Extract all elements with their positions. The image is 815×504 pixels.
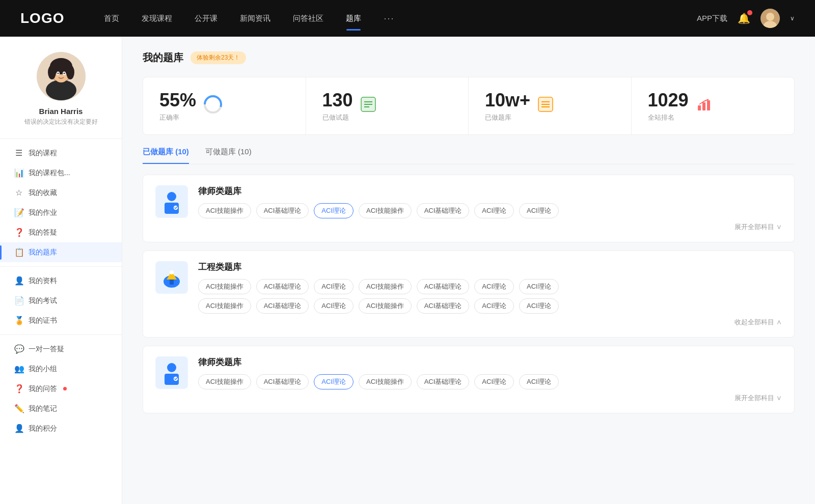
lawyer2-tag-3[interactable]: ACI技能操作 — [359, 374, 412, 389]
sidebar-divider-2 — [0, 334, 122, 335]
lawyer2-tag-1[interactable]: ACI基础理论 — [256, 374, 309, 389]
nav-more[interactable]: ··· — [374, 10, 403, 27]
notification-badge — [747, 10, 752, 15]
eng-tag-r2-5[interactable]: ACI理论 — [474, 298, 514, 314]
category-lawyer2-header: 律师类题库 ACI技能操作 ACI基础理论 ACI理论 ACI技能操作 ACI基… — [155, 356, 782, 403]
lawyer-tag-5[interactable]: ACI理论 — [474, 203, 514, 218]
lawyer2-tag-6[interactable]: ACI理论 — [519, 374, 559, 389]
stat-accuracy-label: 正确率 — [159, 113, 196, 122]
svg-point-11 — [52, 59, 70, 69]
lawyer2-expand-btn[interactable]: 展开全部科目 ∨ — [198, 394, 782, 403]
svg-point-31 — [167, 192, 176, 201]
sidebar-item-group[interactable]: 👥 我的小组 — [0, 359, 122, 379]
nav-questions[interactable]: 题库 — [337, 11, 370, 26]
lawyer2-tag-4[interactable]: ACI基础理论 — [417, 374, 470, 389]
tab-done[interactable]: 已做题库 (10) — [143, 147, 189, 164]
eng-tag-r2-4[interactable]: ACI基础理论 — [417, 298, 470, 314]
svg-point-37 — [167, 363, 176, 372]
eng-tag-r1-3[interactable]: ACI技能操作 — [359, 279, 412, 294]
stat-rank-label: 全站排名 — [648, 113, 689, 122]
lawyer-expand-btn[interactable]: 展开全部科目 ∨ — [198, 222, 782, 232]
qa-notification-badge — [63, 387, 67, 390]
sidebar: Brian Harris 错误的决定比没有决定要好 ☰ 我的课程 📊 我的课程包… — [0, 37, 122, 504]
nav-home[interactable]: 首页 — [95, 11, 128, 26]
sidebar-item-my-course[interactable]: ☰ 我的课程 — [0, 143, 122, 163]
done-banks-icon — [537, 96, 554, 116]
sidebar-item-points[interactable]: 👤 我的积分 — [0, 418, 122, 438]
question-bank-tabs: 已做题库 (10) 可做题库 (10) — [143, 147, 795, 164]
tutoring-icon: 💬 — [14, 344, 23, 354]
sidebar-item-exam[interactable]: 📄 我的考试 — [0, 291, 122, 311]
exam-icon: 📄 — [14, 296, 23, 305]
lawyer-tag-0[interactable]: ACI技能操作 — [198, 203, 251, 218]
nav-right: APP下载 🔔 ∨ — [697, 9, 795, 28]
eng-tag-r2-6[interactable]: ACI理论 — [519, 298, 559, 314]
favorites-icon: ☆ — [14, 188, 23, 198]
nav-qa[interactable]: 问答社区 — [284, 11, 333, 26]
eng-tag-r1-6[interactable]: ACI理论 — [519, 279, 559, 294]
eng-tag-r1-5[interactable]: ACI理论 — [474, 279, 514, 294]
eng-tag-r1-0[interactable]: ACI技能操作 — [198, 279, 251, 294]
category-card-engineering: 工程类题库 ACI技能操作 ACI基础理论 ACI理论 ACI技能操作 ACI基… — [143, 250, 795, 338]
eng-tag-r1-4[interactable]: ACI基础理论 — [417, 279, 470, 294]
eng-tag-r2-2[interactable]: ACI理论 — [314, 298, 354, 314]
engineering-collapse-btn[interactable]: 收起全部科目 ∧ — [198, 318, 782, 327]
sidebar-item-tutoring[interactable]: 💬 一对一答疑 — [0, 339, 122, 359]
eng-tag-r1-2[interactable]: ACI理论 — [314, 279, 354, 294]
nav-open-course[interactable]: 公开课 — [185, 11, 227, 26]
navbar: LOGO 首页 发现课程 公开课 新闻资讯 问答社区 题库 ··· APP下载 … — [0, 0, 815, 37]
stat-done-label: 已做试题 — [322, 113, 353, 122]
lawyer-title: 律师类题库 — [198, 185, 782, 197]
stat-banks-content: 10w+ 已做题库 — [485, 90, 530, 122]
sidebar-item-notes[interactable]: ✏️ 我的笔记 — [0, 399, 122, 418]
notification-bell[interactable]: 🔔 — [738, 12, 750, 24]
svg-point-15 — [63, 73, 65, 74]
page-title: 我的题库 — [143, 51, 183, 65]
sidebar-item-my-qa[interactable]: ❓ 我的问答 — [0, 379, 122, 399]
sidebar-item-course-package[interactable]: 📊 我的课程包... — [0, 163, 122, 183]
engineering-title: 工程类题库 — [198, 261, 782, 273]
lawyer2-tags: ACI技能操作 ACI基础理论 ACI理论 ACI技能操作 ACI基础理论 AC… — [198, 374, 782, 389]
svg-point-14 — [57, 73, 59, 74]
points-icon: 👤 — [14, 424, 23, 433]
lawyer2-icon — [159, 360, 184, 385]
lawyer2-content: 律师类题库 ACI技能操作 ACI基础理论 ACI理论 ACI技能操作 ACI基… — [198, 356, 782, 403]
lawyer-content: 律师类题库 ACI技能操作 ACI基础理论 ACI理论 ACI技能操作 ACI基… — [198, 185, 782, 232]
my-qa-icon: ❓ — [14, 384, 23, 394]
sidebar-item-question-bank[interactable]: 📋 我的题库 — [0, 242, 122, 262]
eng-tag-r1-1[interactable]: ACI基础理论 — [256, 279, 309, 294]
lawyer-tag-1[interactable]: ACI基础理论 — [256, 203, 309, 218]
user-menu-chevron[interactable]: ∨ — [790, 15, 795, 22]
app-download-button[interactable]: APP下载 — [697, 14, 727, 23]
lawyer-tag-4[interactable]: ACI基础理论 — [417, 203, 470, 218]
lawyer2-tag-2[interactable]: ACI理论 — [314, 374, 354, 389]
user-avatar[interactable] — [760, 9, 780, 28]
eng-tag-r2-3[interactable]: ACI技能操作 — [359, 298, 412, 314]
nav-logo: LOGO — [20, 10, 64, 26]
engineering-tags-row2: ACI技能操作 ACI基础理论 ACI理论 ACI技能操作 ACI基础理论 AC… — [198, 298, 782, 314]
nav-news[interactable]: 新闻资讯 — [231, 11, 280, 26]
sidebar-divider-top — [0, 138, 122, 139]
lawyer2-title: 律师类题库 — [198, 356, 782, 368]
sidebar-item-favorites[interactable]: ☆ 我的收藏 — [0, 183, 122, 203]
course-package-icon: 📊 — [14, 168, 23, 178]
eng-tag-r2-1[interactable]: ACI基础理论 — [256, 298, 309, 314]
sidebar-item-certificate[interactable]: 🏅 我的证书 — [0, 311, 122, 330]
lawyer2-tag-5[interactable]: ACI理论 — [474, 374, 514, 389]
lawyer-tag-3[interactable]: ACI技能操作 — [359, 203, 412, 218]
lawyer-tag-2[interactable]: ACI理论 — [314, 203, 354, 218]
lawyer-tag-6[interactable]: ACI理论 — [519, 203, 559, 218]
stats-row: 55% 正确率 130 已做试题 — [143, 77, 795, 135]
sidebar-item-profile[interactable]: 👤 我的资料 — [0, 271, 122, 291]
nav-discover[interactable]: 发现课程 — [132, 11, 181, 26]
lawyer2-tag-0[interactable]: ACI技能操作 — [198, 374, 251, 389]
stat-rank-number: 1029 — [648, 90, 689, 111]
nav-items: 首页 发现课程 公开课 新闻资讯 问答社区 题库 ··· — [95, 10, 697, 27]
sidebar-item-qa[interactable]: ❓ 我的答疑 — [0, 222, 122, 242]
svg-rect-29 — [702, 102, 705, 110]
tab-todo[interactable]: 可做题库 (10) — [205, 147, 252, 164]
stat-rank: 1029 全站排名 — [632, 77, 795, 134]
eng-tag-r2-0[interactable]: ACI技能操作 — [198, 298, 251, 314]
sidebar-item-homework[interactable]: 📝 我的作业 — [0, 203, 122, 222]
lawyer-tags: ACI技能操作 ACI基础理论 ACI理论 ACI技能操作 ACI基础理论 AC… — [198, 203, 782, 218]
